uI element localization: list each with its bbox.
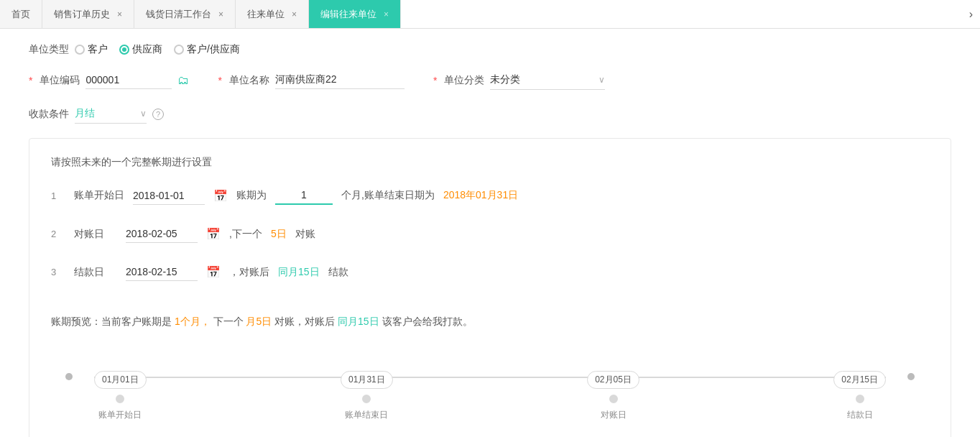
unit-type-label: 单位类型 (29, 43, 69, 56)
timeline-label-3: 对账日 (601, 409, 627, 421)
timeline-point-3: 02月05日 对账日 (587, 371, 639, 421)
payment-help-icon[interactable]: ? (152, 109, 164, 120)
tab-sales-history-close[interactable]: × (117, 9, 122, 19)
payment-value: 月结 (75, 107, 140, 120)
row-2-date-input[interactable] (126, 225, 198, 243)
settings-row-3: 3 结款日 📅 ，对账后 同月15日 结款 (51, 263, 929, 281)
tab-partner-units-close[interactable]: × (292, 9, 297, 19)
row-2-suffix-mid: 5日 (271, 228, 287, 241)
preview-mid: 下一个 (213, 316, 244, 327)
preview-prefix: 账期预览：当前客户账期是 (51, 316, 172, 327)
payment-label: 收款条件 (29, 108, 69, 121)
timeline-label-1: 账单开始日 (98, 409, 142, 421)
row-2-cal-icon[interactable]: 📅 (206, 227, 221, 241)
timeline-badge-3: 02月05日 (587, 371, 639, 389)
tab-partner-units-label: 往来单位 (247, 8, 285, 21)
radio-supplier[interactable]: 供应商 (119, 43, 162, 56)
tab-home-label: 首页 (11, 8, 30, 21)
unit-category-select[interactable]: 未分类 ∨ (490, 70, 605, 90)
unit-code-icon[interactable]: 🗂 (177, 74, 189, 87)
unit-category-arrow: ∨ (598, 75, 605, 85)
period-preview: 账期预览：当前客户账期是 1个月， 下一个 月5日 对账，对账后 同月15日 该… (51, 301, 929, 342)
preview-suffix: 该客户会给我打款。 (382, 316, 473, 327)
row-3-suffix-pre: ，对账后 (229, 266, 269, 279)
timeline-point-2: 01月31日 账单结束日 (341, 371, 393, 421)
tab-edit-partner-label: 编辑往来单位 (320, 8, 376, 21)
row-3-label: 结款日 (74, 266, 117, 279)
timeline-dot-2 (362, 395, 371, 403)
tab-sales-history[interactable]: 销售订单历史 × (42, 0, 134, 28)
radio-both-circle (174, 45, 184, 55)
row-2-suffix-post: 对账 (295, 228, 315, 241)
timeline-container: 01月01日 账单开始日 01月31日 账单结束日 02月05日 (51, 364, 929, 428)
payment-select[interactable]: 月结 ∨ (75, 104, 147, 124)
preview-val2: 月5日 (246, 316, 272, 327)
unit-code-input[interactable] (85, 71, 172, 89)
unit-type-field: 单位类型 客户 供应商 客户/供应商 (29, 43, 240, 56)
row-2-label: 对账日 (74, 228, 117, 241)
tab-partner-units[interactable]: 往来单位 × (236, 0, 309, 28)
row-3-cal-icon[interactable]: 📅 (206, 265, 221, 279)
unit-type-row: 单位类型 客户 供应商 客户/供应商 (29, 43, 951, 56)
unit-name-label: 单位名称 (229, 74, 269, 87)
row-1-period-input[interactable] (275, 186, 333, 205)
radio-both[interactable]: 客户/供应商 (174, 43, 240, 56)
unit-code-label: 单位编码 (40, 74, 80, 87)
timeline-dot-3 (609, 395, 618, 403)
unit-code-field: * 单位编码 🗂 (29, 71, 189, 89)
radio-supplier-circle (119, 45, 129, 55)
tab-sales-history-label: 销售订单历史 (54, 8, 110, 21)
unit-category-star: * (433, 75, 437, 86)
unit-name-input[interactable] (275, 71, 405, 89)
tab-cash-work[interactable]: 钱货日清工作台 × (134, 0, 236, 28)
code-name-row: * 单位编码 🗂 * 单位名称 * 单位分类 未分类 ∨ (29, 70, 951, 90)
unit-category-field: * 单位分类 未分类 ∨ (433, 70, 605, 90)
payment-row: 收款条件 月结 ∨ ? (29, 104, 951, 124)
settings-row-1: 1 账单开始日 📅 账期为 个月,账单结束日期为 2018年01月31日 (51, 186, 929, 205)
unit-type-radio-group: 客户 供应商 客户/供应商 (75, 43, 240, 56)
settings-panel: 请按照未来的一个完整帐期进行设置 1 账单开始日 📅 账期为 个月,账单结束日期… (29, 138, 951, 437)
timeline-point-1: 01月01日 账单开始日 (94, 371, 147, 421)
tab-cash-work-close[interactable]: × (218, 9, 223, 19)
row-1-num: 1 (51, 190, 65, 201)
timeline-right-cap (907, 373, 915, 380)
unit-code-star: * (29, 75, 32, 86)
row-3-num: 3 (51, 267, 65, 277)
tab-edit-partner-close[interactable]: × (384, 9, 389, 19)
tab-home[interactable]: 首页 (0, 0, 42, 28)
timeline-badge-1: 01月01日 (94, 371, 147, 389)
unit-category-value: 未分类 (490, 73, 598, 86)
row-3-suffix-mid: 同月15日 (278, 266, 320, 279)
timeline-points: 01月01日 账单开始日 01月31日 账单结束日 02月05日 (65, 371, 915, 421)
tab-edit-partner[interactable]: 编辑往来单位 × (309, 0, 401, 28)
tab-more-button[interactable]: › (962, 0, 980, 28)
unit-category-label: 单位分类 (444, 74, 484, 87)
unit-name-field: * 单位名称 (218, 71, 404, 89)
main-content: 单位类型 客户 供应商 客户/供应商 * 单位编码 (0, 29, 980, 437)
timeline-left-cap (65, 373, 73, 380)
timeline-label-2: 账单结束日 (345, 409, 388, 421)
unit-name-star: * (218, 75, 221, 86)
radio-customer-label: 客户 (88, 43, 108, 56)
row-3-suffix-post: 结款 (328, 266, 348, 279)
radio-both-label: 客户/供应商 (187, 43, 240, 56)
row-1-cal-icon[interactable]: 📅 (213, 189, 228, 203)
settings-row-2: 2 对账日 📅 ,下一个 5日 对账 (51, 225, 929, 243)
timeline-point-4: 02月15日 结款日 (833, 371, 886, 421)
row-1-period-unit: 个月,账单结束日期为 (341, 189, 435, 202)
row-1-label: 账单开始日 (74, 189, 124, 202)
row-1-period-label: 账期为 (236, 189, 267, 202)
preview-mid2: 对账，对账后 (274, 316, 335, 327)
radio-customer-circle (75, 45, 85, 55)
radio-customer[interactable]: 客户 (75, 43, 108, 56)
timeline-dot-1 (116, 395, 124, 403)
preview-val3: 同月15日 (338, 316, 379, 327)
timeline-label-4: 结款日 (847, 409, 873, 421)
row-3-date-input[interactable] (126, 263, 198, 281)
payment-field: 收款条件 月结 ∨ ? (29, 104, 164, 124)
row-1-date-input[interactable] (133, 187, 205, 205)
settings-title: 请按照未来的一个完整帐期进行设置 (51, 156, 929, 169)
preview-val1: 1个月， (175, 316, 211, 327)
row-1-period-end: 2018年01月31日 (443, 189, 518, 202)
tab-cash-work-label: 钱货日清工作台 (146, 8, 211, 21)
